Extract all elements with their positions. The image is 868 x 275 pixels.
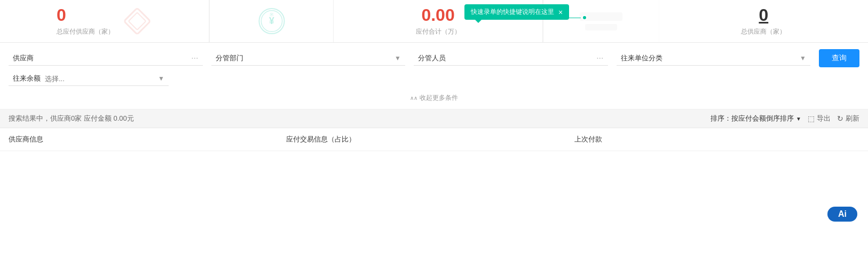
refresh-label: 刷新 [846,114,859,123]
export-button[interactable]: ⬚ 导出 [808,114,831,123]
export-label: 导出 [817,114,831,123]
supplier-dots[interactable]: ··· [191,53,198,63]
svg-rect-0 [124,8,150,34]
svg-text:米: 米 [270,12,274,17]
department-label: 分管部门 [216,53,248,63]
sort-label: 排序：按应付会额倒序排序 [711,114,794,123]
collapse-up-icon: ∧∧ [410,95,417,101]
department-input[interactable] [252,54,395,62]
balance-field: 往来余额 ▼ [9,72,169,86]
diamond-icon [123,6,152,36]
manager-field: 分管人员 ··· [414,51,608,66]
total-suppliers-label: 总供应商（家） [741,27,786,36]
table-content [0,151,868,269]
collapse-button[interactable]: ∧∧ 收起更多条件 [410,93,458,103]
ai-badge[interactable]: Ai [827,207,857,222]
payable-suppliers-label: 总应付供应商（家） [57,27,114,36]
results-bar: 搜索结果中，供应商0家 应付金额 0.00元 排序：按应付会额倒序排序 ▼ ⬚ … [0,109,868,128]
manager-label: 分管人员 [418,53,446,63]
col-payment-header: 上次付款 [574,135,859,144]
department-field: 分管部门 ▼ [211,51,406,66]
manager-dots[interactable]: ··· [596,53,603,63]
supplier-label: 供应商 [13,53,40,63]
tooltip-text: 快速录单的快捷键说明在这里 [471,7,554,17]
supplier-field: 供应商 ··· [9,51,203,66]
department-chevron[interactable]: ▼ [394,54,401,62]
filter-row-2: 往来余额 ▼ [9,72,859,86]
sort-select[interactable]: 排序：按应付会额倒序排序 ▼ [711,114,801,123]
col-supplier-header: 供应商信息 [9,135,286,144]
results-actions: 排序：按应付会额倒序排序 ▼ ⬚ 导出 ↻ 刷新 [711,114,859,123]
total-suppliers-number: 0 [759,6,768,25]
results-info: 搜索结果中，供应商0家 应付金额 0.00元 [9,114,134,123]
tooltip-dot [582,15,587,20]
unit-class-label: 往来单位分类 [621,53,662,63]
collapse-label: 收起更多条件 [420,93,458,103]
col-transaction-header: 应付交易信息（占比） [286,135,574,144]
filter-section: 供应商 ··· 分管部门 ▼ 分管人员 ··· 往来单位分类 ▼ 查询 往来余额 [0,43,868,109]
manager-input[interactable] [450,54,596,62]
export-icon: ⬚ [808,114,815,123]
filter-row-1: 供应商 ··· 分管部门 ▼ 分管人员 ··· 往来单位分类 ▼ 查询 [9,49,859,67]
payable-total-number: 0.00 [421,6,454,25]
coin-icon: ¥ 米 [256,5,288,37]
unit-class-input[interactable] [667,54,800,62]
search-button[interactable]: 查询 [819,49,859,67]
stat-total-suppliers: 0 总供应商（家） [659,0,868,42]
balance-chevron[interactable]: ▼ [158,75,164,82]
balance-input[interactable] [45,75,158,83]
tooltip-bubble: 快速录单的快捷键说明在这里 × [464,4,569,20]
tooltip-close-btn[interactable]: × [558,9,563,16]
payable-total-label: 应付合计（万） [416,27,461,36]
stats-bar: 0 总应付供应商（家） ¥ 米 0.00 应付合计（万） 0 总 [0,0,868,43]
unit-class-chevron[interactable]: ▼ [800,54,806,62]
balance-label: 往来余额 [13,74,41,83]
refresh-icon: ↻ [837,114,843,123]
refresh-button[interactable]: ↻ 刷新 [837,114,859,123]
stat-payable-suppliers: 0 总应付供应商（家） [0,0,209,42]
coin-icon-area: ¥ 米 [210,0,334,42]
payable-suppliers-number: 0 [57,6,114,25]
svg-text:¥: ¥ [269,15,274,26]
sort-chevron: ▼ [796,116,801,122]
table-header: 供应商信息 应付交易信息（占比） 上次付款 [0,128,868,151]
supplier-input[interactable] [44,54,191,62]
unit-class-field: 往来单位分类 ▼ [617,51,811,66]
